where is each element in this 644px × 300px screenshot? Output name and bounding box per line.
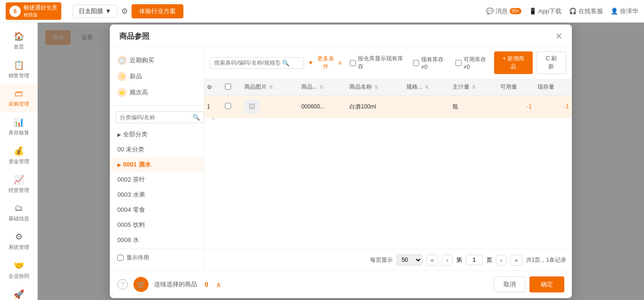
sidebar-item-basic[interactable]: 🗂 基础信息 <box>0 199 37 227</box>
sidebar-label-finance: 资金管理 <box>8 158 29 165</box>
confirm-button[interactable]: 确定 <box>529 276 564 292</box>
cart-button[interactable]: 🛒 <box>133 277 149 292</box>
sidebar-label-sales: 销售管理 <box>8 72 29 79</box>
app-download-area[interactable]: 📱 App下载 <box>529 7 561 16</box>
sidebar-item-purchase[interactable]: 🗃 采购管理 <box>0 84 37 112</box>
quick-new-label: 新品 <box>130 72 142 81</box>
product-search-icon[interactable]: 🔍 <box>282 59 289 67</box>
divider <box>110 105 204 106</box>
sidebar-item-operation[interactable]: 📈 经营管理 <box>0 170 37 199</box>
cat-label-0004: 0004 零食 <box>117 206 145 214</box>
sidebar-item-sales[interactable]: 📋 销售管理 <box>0 55 37 84</box>
cb-available-stock[interactable]: 可用库存≠0 <box>455 56 490 70</box>
freq-icon: ⭐ <box>117 88 127 97</box>
user-area[interactable]: 👤 徐泽华 <box>611 7 638 16</box>
prev-page-button[interactable]: ‹ <box>442 255 452 266</box>
help-button[interactable]: ? <box>117 279 128 290</box>
store-name: 日太阳膜 <box>79 7 103 16</box>
col-code[interactable]: 商品... ⇅ <box>298 79 347 95</box>
show-disabled-label[interactable]: 显示停用 <box>117 254 149 262</box>
cb-warehouse-input[interactable] <box>350 60 356 66</box>
col-spec[interactable]: 规格... ⇅ <box>404 79 450 95</box>
cb-current-input[interactable] <box>413 60 419 66</box>
messages-area[interactable]: 💬 消息 99+ <box>486 7 521 16</box>
per-page-select[interactable]: 50 10 20 100 <box>396 254 422 266</box>
select-all-checkbox[interactable] <box>225 83 231 90</box>
cat-label-00: 00 未分类 <box>117 145 144 154</box>
col-unit[interactable]: 主计量 ⇅ <box>450 79 497 95</box>
quick-item-recent[interactable]: 🕐 近期购买 <box>110 52 204 68</box>
cat-item-0004[interactable]: 0004 零食 <box>110 202 204 217</box>
sidebar-item-system[interactable]: ⚙ 系统管理 <box>0 227 37 256</box>
modal-close-button[interactable]: ✕ <box>555 31 562 42</box>
settings-col-icon: ⚙ <box>207 84 212 91</box>
message-label: 消息 <box>495 7 508 16</box>
sidebar-label-operation: 经营管理 <box>8 187 29 194</box>
topbar: 6 畅捷通好生意 精简版 日太阳膜 ▼ ⚙ 体验行业方案 💬 消息 99+ 📱 … <box>0 0 644 23</box>
col-name[interactable]: 商品名称 ⇅ <box>347 79 404 95</box>
experience-button[interactable]: 体验行业方案 <box>132 4 183 18</box>
category-search-icon[interactable]: 🔍 <box>192 114 200 121</box>
sales-icon: 📋 <box>14 60 24 70</box>
expand-icon-all: ▶ <box>117 132 121 137</box>
modal-right-panel: 🔍 ▼ 更多条件 ∧ 按仓库显示现有库存 <box>204 47 572 270</box>
row-select-checkbox[interactable] <box>225 103 231 109</box>
cat-item-0008[interactable]: 0008 水 <box>110 233 204 248</box>
finance-icon: 💰 <box>14 146 24 156</box>
cat-item-0003[interactable]: 0003 水果 <box>110 187 204 202</box>
quick-item-freq[interactable]: ⭐ 频次高 <box>110 84 204 100</box>
category-search-input[interactable] <box>120 114 190 121</box>
more-filter-button[interactable]: ▼ 更多条件 ∧ <box>308 55 342 71</box>
cat-item-0002[interactable]: 0002 茶叶 <box>110 172 204 187</box>
product-table: ⚙ 商品图片 ⇅ 商品... ⇅ <box>204 79 572 118</box>
row-checkbox[interactable] <box>222 95 241 118</box>
sort-arrow-unit: ⇅ <box>472 84 476 90</box>
refresh-button[interactable]: C 刷新 <box>537 51 566 74</box>
store-selector[interactable]: 日太阳膜 ▼ <box>73 5 117 18</box>
sidebar-label-inventory: 库存核算 <box>8 129 29 136</box>
sort-arrow-image: ⇅ <box>269 84 273 90</box>
modal-footer-left: 显示停用 <box>110 249 204 267</box>
sort-arrow-spec: ⇅ <box>425 84 429 90</box>
col-image[interactable]: 商品图片 ⇅ <box>241 79 298 95</box>
user-avatar: 👤 <box>611 8 618 15</box>
collab-icon: 🤝 <box>14 260 24 271</box>
quick-item-new[interactable]: ✨ 新品 <box>110 68 204 84</box>
gear-icon[interactable]: ⚙ <box>121 7 128 16</box>
mobile-icon: 📱 <box>529 8 537 15</box>
cb-available-input[interactable] <box>455 60 462 66</box>
product-search-input[interactable] <box>214 59 280 66</box>
per-page-label: 每页显示 <box>370 256 393 264</box>
sidebar-item-finance[interactable]: 💰 资金管理 <box>0 141 37 170</box>
col-settings[interactable]: ⚙ <box>204 79 222 95</box>
sidebar-item-guide[interactable]: 🚀 新手引导 <box>0 284 37 300</box>
next-page-button[interactable]: › <box>496 255 506 266</box>
table-row[interactable]: 1 🖼 000600... 白酒100ml <box>204 95 572 118</box>
cat-label-0001: 0001 酒水 <box>123 160 151 169</box>
product-reference-modal: 商品参照 ✕ 🕐 近期购买 ✨ 新 <box>110 25 572 298</box>
show-disabled-checkbox[interactable] <box>117 255 124 261</box>
cat-item-all[interactable]: ▶ 全部分类 <box>110 127 204 142</box>
first-page-button[interactable]: « <box>426 255 438 266</box>
cat-item-00[interactable]: 00 未分类 <box>110 142 204 157</box>
sort-arrow-name: ⇅ <box>374 84 378 90</box>
page-label: 第 <box>456 256 462 264</box>
operation-icon: 📈 <box>14 175 24 185</box>
sidebar-item-inventory[interactable]: 📊 库存核算 <box>0 112 37 141</box>
modal-header: 商品参照 ✕ <box>110 25 572 47</box>
online-service-area[interactable]: 🎧 在线客服 <box>569 7 603 16</box>
sidebar-item-home[interactable]: 🏠 首页 <box>0 26 37 55</box>
cb-warehouse-stock[interactable]: 按仓库显示现有库存 <box>350 55 405 71</box>
collapse-bottom-icon[interactable]: ∧ <box>216 280 222 289</box>
sidebar-item-collab[interactable]: 🤝 企业协同 <box>0 256 37 284</box>
col-checkbox[interactable] <box>222 79 241 95</box>
last-page-button[interactable]: » <box>510 255 522 266</box>
cat-item-0005[interactable]: 0005 饮料 <box>110 217 204 233</box>
cancel-button[interactable]: 取消 <box>494 276 526 292</box>
cat-item-0001[interactable]: ▶ 0001 酒水 <box>110 157 204 172</box>
cb-current-stock[interactable]: 现有库存≠0 <box>413 56 448 70</box>
page-number-input[interactable] <box>466 255 483 265</box>
add-product-button[interactable]: + 新增商品 <box>494 51 533 74</box>
sidebar-label-purchase: 采购管理 <box>8 100 29 108</box>
purchase-icon: 🗃 <box>15 89 23 99</box>
